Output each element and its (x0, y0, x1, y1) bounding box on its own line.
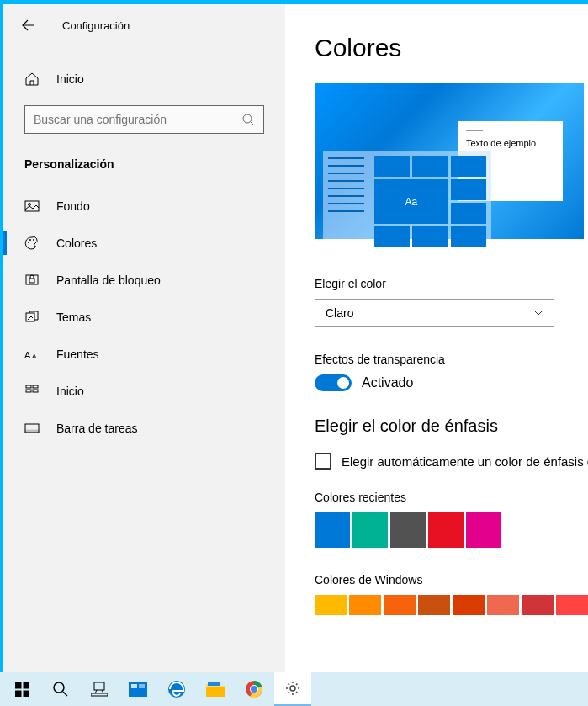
svg-rect-25 (131, 684, 137, 688)
color-swatch[interactable] (315, 595, 347, 615)
home-icon (24, 72, 40, 87)
color-swatch[interactable] (466, 512, 501, 548)
taskbar-explorer[interactable] (197, 672, 234, 706)
taskbar-chrome[interactable] (236, 672, 273, 706)
color-swatch[interactable] (384, 595, 416, 615)
svg-point-32 (251, 686, 257, 693)
start-icon (24, 384, 40, 399)
svg-rect-20 (23, 690, 29, 697)
nav-label: Pantalla de bloqueo (56, 273, 161, 287)
svg-rect-13 (26, 390, 31, 392)
transparency-state: Activado (362, 375, 413, 390)
taskbar (0, 672, 588, 706)
color-swatch[interactable] (453, 595, 485, 615)
svg-text:A: A (32, 353, 37, 360)
auto-accent-label: Elegir automáticamente un color de énfas… (342, 454, 588, 469)
svg-rect-11 (26, 385, 31, 388)
main-content: Colores Texto de ejemplo Aa Elegir el (285, 4, 588, 672)
nav-label: Fondo (56, 199, 90, 213)
taskbar-app-1[interactable] (119, 672, 156, 706)
svg-rect-29 (208, 682, 220, 686)
svg-rect-16 (25, 430, 39, 433)
svg-rect-7 (29, 279, 34, 283)
color-swatch[interactable] (428, 512, 464, 548)
color-swatch[interactable] (390, 512, 426, 548)
nav-label: Colores (56, 236, 97, 250)
preview-tile-aa: Aa (374, 179, 448, 224)
theme-preview: Texto de ejemplo Aa (315, 83, 584, 239)
windows-colors (315, 595, 588, 615)
nav-label: Temas (56, 311, 91, 324)
nav-item-colores[interactable]: Colores (3, 225, 285, 262)
svg-point-3 (28, 242, 29, 243)
preview-text: Texto de ejemplo (466, 138, 536, 148)
transparency-row: Activado (315, 374, 588, 391)
svg-point-21 (54, 682, 64, 693)
picture-icon (24, 199, 40, 214)
search-icon (241, 113, 255, 126)
nav-item-fondo[interactable]: Fondo (3, 188, 285, 225)
auto-accent-checkbox[interactable] (315, 453, 331, 470)
svg-text:A: A (24, 350, 31, 360)
taskbar-settings[interactable] (274, 672, 311, 706)
search-box[interactable] (24, 105, 264, 134)
svg-rect-26 (139, 684, 145, 688)
search-input[interactable] (34, 113, 241, 126)
color-swatch[interactable] (349, 595, 381, 615)
home-link[interactable]: Inicio (3, 61, 285, 97)
select-value: Claro (326, 306, 353, 320)
start-button[interactable] (3, 672, 40, 706)
recent-colors (315, 512, 588, 548)
color-swatch[interactable] (352, 512, 388, 548)
chevron-down-icon (533, 308, 543, 318)
nav-item-pantalla-bloqueo[interactable]: Pantalla de bloqueo (3, 262, 285, 299)
window-title: Configuración (62, 19, 130, 32)
lockscreen-icon (24, 273, 40, 288)
preview-drag-handle (466, 130, 483, 131)
palette-icon (24, 236, 40, 251)
nav-item-barra-tareas[interactable]: Barra de tareas (3, 410, 285, 447)
color-swatch[interactable] (418, 595, 450, 615)
svg-point-0 (243, 114, 252, 123)
svg-rect-18 (23, 682, 29, 689)
svg-rect-24 (129, 682, 147, 697)
svg-rect-28 (206, 687, 225, 697)
choose-color-label: Elegir el color (315, 277, 588, 290)
themes-icon (24, 310, 40, 325)
recent-colors-label: Colores recientes (315, 491, 588, 504)
svg-point-4 (29, 239, 31, 241)
taskbar-edge[interactable] (158, 672, 195, 706)
search-button[interactable] (42, 672, 79, 706)
settings-window: Configuración Inicio Personalización Fon… (0, 4, 588, 672)
color-mode-select[interactable]: Claro (315, 299, 554, 327)
back-button[interactable] (20, 17, 37, 34)
category-header: Personalización (3, 149, 285, 188)
svg-rect-22 (94, 682, 104, 690)
color-swatch[interactable] (487, 595, 519, 615)
svg-rect-19 (15, 690, 22, 697)
transparency-label: Efectos de transparencia (315, 353, 588, 366)
nav-item-fuentes[interactable]: AA Fuentes (3, 336, 285, 373)
transparency-toggle[interactable] (315, 374, 352, 391)
nav-label: Barra de tareas (56, 422, 138, 435)
svg-point-2 (29, 204, 31, 206)
color-swatch[interactable] (522, 595, 554, 615)
nav-label: Fuentes (56, 348, 99, 361)
fonts-icon: AA (24, 347, 40, 362)
taskbar-icon (24, 421, 40, 436)
svg-point-5 (33, 239, 34, 241)
titlebar: Configuración (3, 4, 285, 46)
preview-start-menu: Aa (323, 151, 491, 239)
color-swatch[interactable] (556, 595, 588, 615)
nav-item-inicio[interactable]: Inicio (3, 373, 285, 410)
nav-item-temas[interactable]: Temas (3, 299, 285, 336)
nav-label: Inicio (56, 385, 84, 398)
svg-point-33 (290, 686, 295, 691)
task-view-button[interactable] (81, 672, 118, 706)
svg-rect-17 (15, 682, 22, 689)
auto-accent-row: Elegir automáticamente un color de énfas… (315, 453, 588, 470)
color-swatch[interactable] (315, 512, 350, 548)
windows-colors-label: Colores de Windows (315, 573, 588, 587)
svg-rect-14 (33, 390, 38, 392)
home-label: Inicio (56, 72, 84, 86)
